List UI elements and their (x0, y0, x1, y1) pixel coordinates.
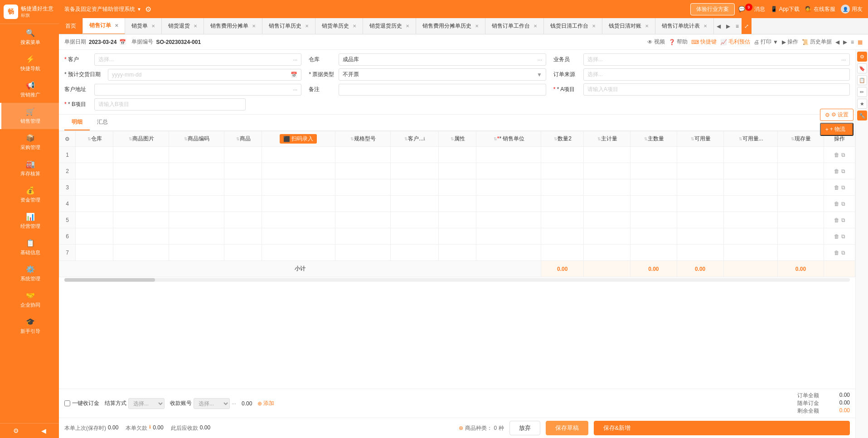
app-download-action[interactable]: 📱 App下载 (771, 5, 800, 13)
row-image-5[interactable] (113, 212, 169, 228)
th-warehouse[interactable]: ⇅仓库 (76, 131, 113, 147)
row-code-4[interactable] (169, 196, 224, 212)
save-new-button[interactable]: 保存&新增 (594, 421, 850, 435)
tab-fee-split-close[interactable]: ✕ (252, 24, 256, 29)
tab-order-history-close[interactable]: ✕ (305, 24, 309, 29)
row-scan-2[interactable] (262, 163, 335, 179)
row-copy-7[interactable]: ⧉ (841, 250, 845, 256)
print-btn[interactable]: 🖨 打印 ▼ (754, 38, 778, 46)
tab-next[interactable]: ▶ (723, 18, 733, 34)
row-ccode-1[interactable] (390, 147, 438, 163)
delivery-input[interactable]: yyyy-mm-dd 📅 (108, 69, 301, 81)
tab-refund-history-close[interactable]: ✕ (406, 24, 409, 29)
tab-cash-reconcile-close[interactable]: ✕ (645, 24, 649, 29)
row-munit-5[interactable] (584, 212, 630, 228)
row-avail2-7[interactable] (723, 245, 777, 261)
right-panel-btn-5[interactable]: ★ (857, 99, 867, 109)
sidebar-item-operations[interactable]: 📊 经营管理 (0, 208, 59, 234)
sidebar-item-search[interactable]: 🔍 搜索菜单 (0, 24, 59, 50)
sidebar-item-marketing[interactable]: 📢 营销推广 (0, 77, 59, 103)
salesperson-input[interactable]: 选择... ··· (583, 53, 850, 66)
row-stock-1[interactable] (777, 147, 824, 163)
row-warehouse-2[interactable] (76, 163, 113, 179)
row-attr-3[interactable] (438, 179, 476, 196)
row-ccode-2[interactable] (390, 163, 438, 179)
profit-btn[interactable]: 📈 毛利预估 (720, 38, 750, 46)
row-unit-2[interactable] (476, 163, 541, 179)
th-stock[interactable]: ⇅现存量 (777, 131, 824, 147)
row-delete-1[interactable]: 🗑 (834, 152, 839, 158)
history-btn[interactable]: 📜 历史单据 (802, 38, 832, 46)
row-qty2-1[interactable] (541, 147, 584, 163)
th-attr[interactable]: ⇅属性 (438, 131, 476, 147)
row-stock-5[interactable] (777, 212, 824, 228)
row-delete-4[interactable]: 🗑 (834, 201, 839, 207)
row-munit-6[interactable] (584, 228, 630, 245)
sidebar-item-corp[interactable]: 🤝 企业协同 (0, 287, 59, 313)
add-goods-button[interactable]: + + 物流 (820, 123, 853, 136)
th-main-unit[interactable]: ⇅主计量 (584, 131, 630, 147)
payment-method-select[interactable]: 选择... (128, 398, 165, 409)
tab-sales-stat[interactable]: 销售订单统计表 ✕ (655, 18, 714, 34)
customer-input[interactable]: 选择... ··· (94, 53, 301, 66)
sidebar-item-sales[interactable]: 🛒 销售管理 (0, 103, 59, 129)
row-delete-2[interactable]: 🗑 (834, 168, 839, 174)
remark-input[interactable] (339, 84, 546, 96)
invoice-input[interactable]: 不开票 ▼ (339, 68, 546, 81)
row-avail2-4[interactable] (723, 196, 777, 212)
discard-button[interactable]: 放弃 (509, 421, 540, 435)
row-scan-7[interactable] (262, 245, 335, 261)
th-available2[interactable]: ⇅可用量... (723, 131, 777, 147)
th-main-qty[interactable]: ⇅主数量 (630, 131, 677, 147)
operate-btn[interactable]: ▶ 操作 (782, 38, 798, 46)
row-scan-5[interactable] (262, 212, 335, 228)
th-available[interactable]: ⇅可用量 (677, 131, 723, 147)
row-ccode-7[interactable] (390, 245, 438, 261)
shortcut-btn[interactable]: ⌨ 快捷键 (691, 38, 717, 46)
tab-sales-order-close[interactable]: ✕ (115, 23, 118, 28)
row-code-2[interactable] (169, 163, 224, 179)
row-scan-3[interactable] (262, 179, 335, 196)
row-attr-7[interactable] (438, 245, 476, 261)
tab-sales-refund[interactable]: 销货退货 ✕ (162, 18, 204, 34)
row-copy-6[interactable]: ⧉ (841, 233, 845, 240)
customer-address-input[interactable]: ··· (94, 84, 301, 96)
row-avail-1[interactable] (677, 147, 723, 163)
row-warehouse-3[interactable] (76, 179, 113, 196)
row-qty2-3[interactable] (541, 179, 584, 196)
row-warehouse-6[interactable] (76, 228, 113, 245)
settings-gear-icon[interactable]: ⚙ (145, 5, 151, 14)
row-spec-6[interactable] (335, 228, 390, 245)
row-avail-3[interactable] (677, 179, 723, 196)
row-warehouse-4[interactable] (76, 196, 113, 212)
row-unit-4[interactable] (476, 196, 541, 212)
row-avail-4[interactable] (677, 196, 723, 212)
row-image-2[interactable] (113, 163, 169, 179)
row-ccode-6[interactable] (390, 228, 438, 245)
right-panel-btn-4[interactable]: ✏ (857, 87, 867, 97)
date-value[interactable]: 2023-03-24 (89, 39, 116, 45)
row-unit-6[interactable] (476, 228, 541, 245)
tab-cash-workbench[interactable]: 钱货日清工作台 ✕ (544, 18, 602, 34)
row-spec-3[interactable] (335, 179, 390, 196)
user-action[interactable]: 👤 用友 (841, 5, 863, 14)
row-mqty-1[interactable] (630, 147, 677, 163)
settings-button[interactable]: ⚙ ⚙ 设置 (820, 109, 853, 121)
tab-cash-reconcile[interactable]: 钱货日清对账 ✕ (602, 18, 655, 34)
th-product[interactable]: ⇅商品 (224, 131, 262, 147)
calendar-icon[interactable]: 📅 (119, 39, 126, 45)
horizontal-scrollbar-thumb[interactable] (64, 278, 155, 282)
th-sales-unit[interactable]: ⇅** 销售单位 (476, 131, 541, 147)
row-avail-2[interactable] (677, 163, 723, 179)
row-ccode-3[interactable] (390, 179, 438, 196)
row-qty2-2[interactable] (541, 163, 584, 179)
row-munit-4[interactable] (584, 196, 630, 212)
row-image-7[interactable] (113, 245, 169, 261)
row-product-5[interactable] (224, 212, 262, 228)
row-warehouse-7[interactable] (76, 245, 113, 261)
th-image[interactable]: ⇅商品图片 (113, 131, 169, 147)
row-unit-1[interactable] (476, 147, 541, 163)
row-mqty-3[interactable] (630, 179, 677, 196)
row-ccode-5[interactable] (390, 212, 438, 228)
row-stock-2[interactable] (777, 163, 824, 179)
